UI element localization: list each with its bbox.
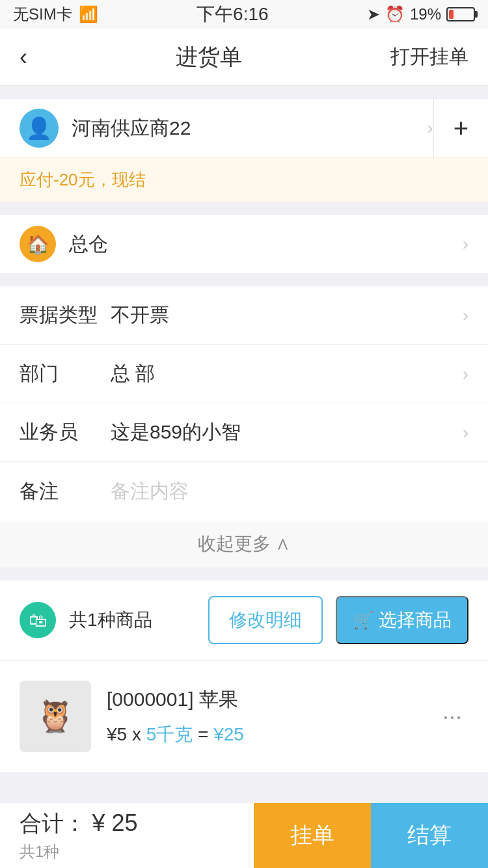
footer-total-amount: 合计： ¥ 25: [20, 809, 254, 839]
product-title-name: 苹果: [199, 688, 238, 710]
department-chevron-icon: ›: [463, 364, 468, 385]
department-row[interactable]: 部门 总 部 ›: [0, 345, 488, 403]
add-supplier-button[interactable]: +: [434, 101, 468, 156]
open-hang-button[interactable]: 打开挂单: [390, 44, 468, 70]
select-product-label: 选择商品: [379, 608, 452, 632]
salesperson-value: 这是859的小智: [98, 419, 456, 446]
product-info: [0000001] 苹果 ¥5 x 5千克 = ¥25: [107, 686, 436, 747]
product-qty: 5千克: [146, 724, 193, 744]
salesperson-chevron-icon: ›: [463, 422, 468, 443]
product-thumb-icon: 🦉: [36, 698, 75, 735]
cart-icon: 🛒: [353, 610, 373, 631]
footer: 合计： ¥ 25 共1种 挂单 结算: [0, 803, 488, 868]
remark-label: 备注: [20, 478, 98, 505]
location-icon: ➤: [367, 5, 380, 23]
gap-1: [0, 86, 488, 99]
warehouse-row[interactable]: 🏠 总仓 ›: [0, 215, 488, 273]
battery-fill: [449, 10, 454, 19]
product-count-icon: 🛍: [20, 602, 56, 638]
page-title: 进货单: [176, 42, 242, 72]
wifi-icon: 📶: [79, 5, 98, 23]
select-product-button[interactable]: 🛒 选择商品: [336, 596, 468, 644]
invoice-chevron-icon: ›: [463, 305, 468, 326]
collapse-bar[interactable]: 收起更多 ∧: [0, 521, 488, 567]
invoice-type-label: 票据类型: [20, 302, 98, 329]
remark-row[interactable]: 备注 备注内容: [0, 462, 488, 521]
invoice-type-value: 不开票: [98, 302, 456, 329]
nav-bar: ‹ 进货单 打开挂单: [0, 29, 488, 86]
status-bar-left: 无SIM卡 📶: [13, 4, 98, 25]
alarm-icon: ⏰: [385, 5, 405, 23]
warehouse-icon-wrap: 🏠: [20, 226, 56, 262]
collapse-label: 收起更多 ∧: [198, 532, 291, 556]
product-count-label: 共1种商品: [69, 608, 208, 632]
product-item: 🦉 [0000001] 苹果 ¥5 x 5千克 = ¥25 ···: [0, 661, 488, 772]
supplier-name: 河南供应商22: [72, 115, 420, 142]
remark-input[interactable]: 备注内容: [98, 478, 468, 505]
product-equals: =: [198, 724, 213, 744]
battery-percent: 19%: [410, 5, 441, 23]
carrier-label: 无SIM卡: [13, 4, 72, 25]
battery-indicator: [446, 7, 475, 21]
back-button[interactable]: ‹: [20, 44, 27, 71]
status-bar-right: ➤ ⏰ 19%: [367, 5, 475, 23]
product-unit-price: ¥5: [107, 724, 127, 744]
product-more-button[interactable]: ···: [436, 696, 468, 737]
bag-icon: 🛍: [29, 610, 47, 631]
product-price: ¥5 x 5千克 = ¥25: [107, 722, 436, 747]
product-thumbnail: 🦉: [20, 681, 91, 752]
department-value: 总 部: [98, 360, 456, 387]
modify-detail-button[interactable]: 修改明细: [208, 596, 323, 644]
product-header: 🛍 共1种商品 修改明细 🛒 选择商品: [0, 580, 488, 660]
footer-total-count: 共1种: [20, 841, 254, 862]
product-id: [0000001]: [107, 688, 193, 710]
status-bar: 无SIM卡 📶 下午6:16 ➤ ⏰ 19%: [0, 0, 488, 29]
supplier-chevron-icon: ›: [427, 118, 433, 139]
product-total: ¥25: [213, 724, 244, 744]
salesperson-row[interactable]: 业务员 这是859的小智 ›: [0, 403, 488, 462]
total-label: 合计：: [20, 811, 86, 835]
footer-total: 合计： ¥ 25 共1种: [0, 803, 254, 868]
gap-3: [0, 273, 488, 286]
checkout-button[interactable]: 结算: [371, 803, 488, 868]
product-multiply: x: [132, 724, 146, 744]
status-time: 下午6:16: [197, 2, 269, 27]
gap-2: [0, 202, 488, 215]
invoice-type-row[interactable]: 票据类型 不开票 ›: [0, 286, 488, 345]
product-name: [0000001] 苹果: [107, 686, 436, 713]
supplier-section: 👤 河南供应商22 › +: [0, 99, 488, 157]
department-label: 部门: [20, 360, 98, 387]
total-amount: ¥ 25: [92, 809, 137, 836]
supplier-avatar: 👤: [20, 109, 59, 148]
supplier-main[interactable]: 👤 河南供应商22 ›: [20, 99, 434, 157]
avatar-icon: 👤: [26, 116, 52, 141]
notice-bar: 应付-20元，现结: [0, 157, 488, 202]
warehouse-icon: 🏠: [27, 234, 49, 255]
warehouse-chevron-icon: ›: [463, 234, 468, 254]
hang-button[interactable]: 挂单: [254, 803, 371, 868]
warehouse-label: 总仓: [69, 231, 456, 258]
form-section: 票据类型 不开票 › 部门 总 部 › 业务员 这是859的小智 › 备注 备注…: [0, 286, 488, 521]
salesperson-label: 业务员: [20, 419, 98, 446]
